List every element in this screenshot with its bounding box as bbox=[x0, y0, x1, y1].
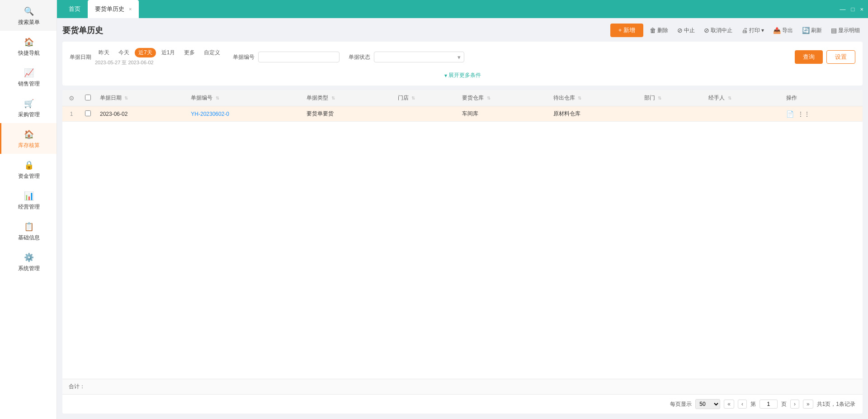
date-btn-custom[interactable]: 自定义 bbox=[200, 48, 224, 57]
row-doctype: 要货单要货 bbox=[302, 106, 393, 122]
page-size-label: 每页显示 bbox=[670, 400, 692, 408]
sidebar-item-system[interactable]: ⚙️ 系统管理 bbox=[0, 246, 57, 277]
date-filter-label: 单据日期 bbox=[70, 53, 91, 61]
docno-filter-label: 单据编号 bbox=[233, 53, 255, 61]
search-menu-icon: 🔍 bbox=[24, 6, 34, 16]
main-area: 首页 要货单历史 × — □ × 要货单历史 + 新增 🗑 删除 ⊘ bbox=[57, 0, 868, 419]
topbar-right: — □ × bbox=[840, 6, 863, 13]
th-checkbox bbox=[80, 90, 95, 106]
refresh-icon: 🔄 bbox=[802, 27, 810, 34]
sort-date-icon[interactable]: ⇅ bbox=[124, 95, 128, 100]
table-footer: 合计： bbox=[62, 379, 863, 394]
stop-icon: ⊘ bbox=[677, 27, 683, 34]
pagination-bar: 每页显示 50 100 200 « ‹ 第 页 › » 共1页，1条记录 bbox=[62, 394, 863, 414]
table-gear-icon[interactable]: ⚙ bbox=[69, 95, 75, 102]
table-header-row: ⚙ 单据日期 ⇅ 单据编号 ⇅ bbox=[62, 90, 863, 106]
topbar: 首页 要货单历史 × — □ × bbox=[57, 0, 868, 18]
tab-active[interactable]: 要货单历史 × bbox=[88, 0, 139, 18]
row-edit-icon[interactable]: 📄 bbox=[786, 110, 794, 118]
add-button[interactable]: + 新增 bbox=[610, 24, 643, 37]
table-card: ⚙ 单据日期 ⇅ 单据编号 ⇅ bbox=[62, 90, 863, 414]
sidebar-item-label: 基础信息 bbox=[18, 234, 40, 242]
next-page-btn[interactable]: › bbox=[790, 400, 799, 409]
footer-total-label: 合计： bbox=[69, 383, 85, 390]
row-more-icon[interactable]: ⋮⋮ bbox=[797, 110, 810, 118]
sort-store-icon[interactable]: ⇅ bbox=[411, 95, 415, 100]
tab-home[interactable]: 首页 bbox=[61, 0, 88, 18]
sidebar-item-sales[interactable]: 📈 销售管理 bbox=[0, 62, 57, 92]
sidebar-item-label: 搜索菜单 bbox=[18, 19, 40, 26]
sidebar-item-inventory[interactable]: 🏠 库存核算 bbox=[0, 123, 57, 154]
sort-doctype-icon[interactable]: ⇅ bbox=[331, 95, 335, 100]
expand-filters-button[interactable]: ▾ 展开更多条件 bbox=[441, 70, 485, 81]
export-button[interactable]: 📤 导出 bbox=[770, 25, 796, 36]
page-number-input[interactable] bbox=[760, 400, 778, 409]
sidebar-item-label: 资金管理 bbox=[18, 172, 40, 180]
sidebar-item-search-menu[interactable]: 🔍 搜索菜单 bbox=[0, 0, 57, 31]
row-store bbox=[393, 106, 458, 122]
cancel-stop-icon: ⊘ bbox=[704, 27, 709, 34]
date-btn-today[interactable]: 今天 bbox=[115, 48, 133, 57]
delete-button[interactable]: 🗑 删除 bbox=[647, 25, 671, 36]
th-gear: ⚙ bbox=[62, 90, 80, 106]
stop-button[interactable]: ⊘ 中止 bbox=[675, 25, 698, 36]
th-department-label: 部门 bbox=[644, 95, 655, 101]
sort-req-warehouse-icon[interactable]: ⇅ bbox=[487, 95, 491, 100]
refresh-button[interactable]: 🔄 刷新 bbox=[799, 25, 825, 36]
status-filter-label: 单据状态 bbox=[349, 53, 370, 61]
query-button[interactable]: 查询 bbox=[795, 50, 823, 64]
sort-handler-icon[interactable]: ⇅ bbox=[728, 95, 731, 100]
table-body: 1 2023-06-02 YH-20230602-0 要货单要货 车间库 原材料… bbox=[62, 106, 863, 122]
sidebar-item-operations[interactable]: 📊 经营管理 bbox=[0, 185, 57, 215]
date-btn-7days[interactable]: 近7天 bbox=[135, 48, 156, 57]
th-handler: 经手人 ⇅ bbox=[704, 90, 782, 106]
date-btn-1month[interactable]: 近1月 bbox=[158, 48, 179, 57]
total-info: 共1页，1条记录 bbox=[817, 400, 855, 408]
cancel-stop-button[interactable]: ⊘ 取消中止 bbox=[701, 25, 735, 36]
main-table: ⚙ 单据日期 ⇅ 单据编号 ⇅ bbox=[62, 90, 863, 122]
filter-actions: 查询 设置 bbox=[795, 50, 855, 64]
th-action: 操作 bbox=[782, 90, 863, 106]
expand-down-icon: ▾ bbox=[444, 72, 447, 79]
row-actions: 📄 ⋮⋮ bbox=[782, 106, 863, 122]
select-all-checkbox[interactable] bbox=[85, 95, 91, 100]
page-size-select[interactable]: 50 100 200 bbox=[695, 399, 720, 409]
show-detail-button[interactable]: ▤ 显示明细 bbox=[828, 25, 863, 36]
prev-page-btn[interactable]: ‹ bbox=[738, 400, 747, 409]
status-select[interactable] bbox=[374, 52, 464, 62]
print-button[interactable]: 🖨 打印 ▾ bbox=[739, 25, 767, 36]
sidebar-item-purchase[interactable]: 🛒 采购管理 bbox=[0, 92, 57, 123]
docno-input[interactable] bbox=[258, 52, 340, 62]
window-min-btn[interactable]: — bbox=[840, 6, 846, 13]
purchase-icon: 🛒 bbox=[24, 99, 34, 109]
sidebar-item-label: 采购管理 bbox=[18, 111, 40, 119]
sidebar-item-base-info[interactable]: 📋 基础信息 bbox=[0, 215, 57, 246]
date-btn-yesterday[interactable]: 昨天 bbox=[95, 48, 113, 57]
row-checkbox[interactable] bbox=[85, 110, 91, 116]
base-info-icon: 📋 bbox=[24, 222, 34, 232]
settings-button[interactable]: 设置 bbox=[826, 50, 855, 64]
sidebar-item-quick-nav[interactable]: 🏠 快捷导航 bbox=[0, 31, 57, 62]
th-docno: 单据编号 ⇅ bbox=[186, 90, 302, 106]
export-icon: 📤 bbox=[773, 27, 781, 34]
first-page-btn[interactable]: « bbox=[724, 400, 734, 409]
date-btn-more[interactable]: 更多 bbox=[180, 48, 198, 57]
sort-department-icon[interactable]: ⇅ bbox=[658, 95, 661, 100]
th-handler-label: 经手人 bbox=[708, 95, 725, 101]
inventory-icon: 🏠 bbox=[24, 129, 34, 139]
table-wrapper: ⚙ 单据日期 ⇅ 单据编号 ⇅ bbox=[62, 90, 863, 379]
window-close-btn[interactable]: × bbox=[860, 6, 863, 13]
sidebar-item-label: 快捷导航 bbox=[18, 49, 40, 57]
window-max-btn[interactable]: □ bbox=[851, 6, 855, 13]
active-tab-label: 要货单历史 bbox=[95, 5, 124, 13]
finance-icon: 🔒 bbox=[24, 160, 34, 170]
row-department bbox=[640, 106, 704, 122]
sort-pending-warehouse-icon[interactable]: ⇅ bbox=[578, 95, 581, 100]
home-tab-label: 首页 bbox=[69, 5, 80, 13]
row-docno-link[interactable]: YH-20230602-0 bbox=[191, 111, 229, 117]
sort-docno-icon[interactable]: ⇅ bbox=[216, 95, 219, 100]
close-tab-icon[interactable]: × bbox=[129, 6, 132, 12]
sidebar-item-finance[interactable]: 🔒 资金管理 bbox=[0, 154, 57, 185]
th-department: 部门 ⇅ bbox=[640, 90, 704, 106]
last-page-btn[interactable]: » bbox=[803, 400, 813, 409]
